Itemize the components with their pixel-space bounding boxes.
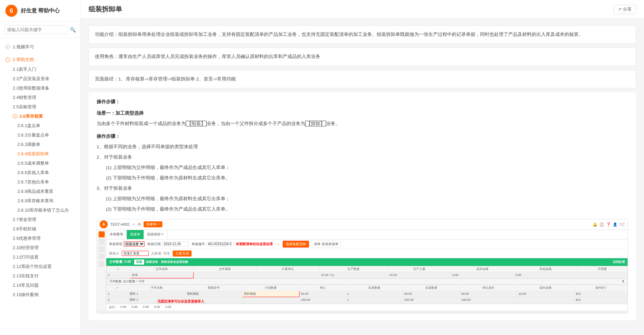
sim-brow-check: 1 bbox=[107, 291, 128, 297]
sidebar-item-mobile[interactable]: 2.8手机旺铺 bbox=[0, 224, 80, 234]
sim-sidebar-icon-5 bbox=[99, 261, 105, 267]
nav-section-video: + 1.视频学习 bbox=[0, 41, 80, 53]
sim-action-btn[interactable]: 倒单 其他来源单 bbox=[312, 241, 341, 247]
share-icon: ↗ bbox=[618, 7, 622, 12]
func-intro-text: 功能介绍：组装拆卸单用来处理企业组装或拆卸等加工业务，支持有固定装配清单的产品加… bbox=[95, 32, 583, 37]
sidebar-item-cost-recalc[interactable]: 2.6.8商品成本重算 bbox=[0, 187, 80, 196]
step-2-1: (1) 上部明细为父件明细，最终作为产成品生成其它入库单； bbox=[106, 163, 628, 172]
sim-qty-label: 总数量: 张某 bbox=[151, 251, 170, 256]
sim-brow-ucost: 60.00 bbox=[460, 291, 517, 297]
sim-brow-actual: 1 bbox=[346, 291, 403, 297]
sim-total-3: 0.00 bbox=[143, 305, 149, 310]
sidebar-item-inventory[interactable]: − 2.6库存核算 bbox=[0, 112, 80, 121]
sim-brow2-check: 2 bbox=[107, 297, 128, 303]
sidebar-item-install[interactable]: 2.2产品安装及登录 bbox=[0, 74, 80, 83]
annotation-no-bom: 无固定清单可以在这里直接录入 bbox=[157, 299, 204, 304]
sim-sidebar-icon-1 bbox=[99, 231, 105, 237]
share-button[interactable]: ↗ 分享 bbox=[613, 5, 636, 14]
sim-brow-unit: 60.00 bbox=[299, 291, 345, 297]
sidebar-item-cases[interactable]: 2.15操作案例 bbox=[0, 290, 80, 299]
sim-top-table: ✓ 父件名称 父件规格 计量单位 生产数量 生产入量 成本金额 其他金额 bbox=[106, 266, 628, 278]
logo-area: 6 好生意 帮助中心 bbox=[0, 0, 80, 22]
sim-top-table-wrapper: ✓ 父件名称 父件规格 计量单位 生产数量 生产入量 成本金额 其他金额 bbox=[106, 266, 628, 278]
minus-icon: − bbox=[5, 57, 10, 62]
sidebar-item-stock-query[interactable]: 2.6.9库存账本查询 bbox=[0, 196, 80, 206]
sidebar-item-help-docs[interactable]: − 2.帮助文档 bbox=[0, 55, 80, 65]
sidebar-item-video[interactable]: + 1.视频学习 bbox=[0, 42, 80, 52]
page-title: 组装拆卸单 bbox=[89, 5, 122, 14]
sidebar-item-stock-err[interactable]: 2.6.10库存账本错了怎么办 bbox=[0, 206, 80, 215]
sim-bom-btn[interactable]: 选择装配清单 bbox=[283, 241, 309, 247]
sim-tab-new[interactable]: 新建单 bbox=[127, 230, 144, 239]
sim-col-cost: 成本金额 bbox=[451, 266, 514, 272]
sim-enable-label: 启用处理 bbox=[613, 260, 625, 264]
sim-doc-num-input[interactable] bbox=[206, 241, 233, 246]
steps-title: 操作步骤： bbox=[97, 133, 628, 139]
sidebar-item-partial-stocktake[interactable]: 2.6.2分量盘点单 bbox=[0, 130, 80, 140]
sidebar-item-finance[interactable]: 2.7资金管理 bbox=[0, 215, 80, 224]
sim-totals-row: 合计 0.00 8.00 0.00 0.00 0.00 bbox=[106, 304, 628, 311]
step-3-2: (2) 下部明细为子件明细，最终作为产成品生成其它入库单。 bbox=[106, 205, 628, 214]
sim-type-badge[interactable]: 组装 bbox=[134, 259, 145, 265]
nav-section-help: − 2.帮助文档 2.1新手入门 2.2产品安装及登录 2.3使用前数据准备 2… bbox=[0, 53, 80, 301]
sim-cell-spec bbox=[193, 272, 256, 278]
sidebar-item-faq[interactable]: 2.14常见问题 bbox=[0, 281, 80, 290]
search-icon[interactable]: 🔍 bbox=[70, 27, 76, 33]
sim-cell-row: 1 bbox=[107, 272, 130, 278]
sidebar-item-new-user[interactable]: 2.1新手入门 bbox=[0, 65, 80, 74]
sim-doc-type-field: 单据类型 组装业务 拆卸业务 bbox=[109, 241, 145, 246]
sim-operator-label: 经办人 bbox=[109, 251, 119, 256]
sim-bell-icon: 🔔 bbox=[593, 222, 597, 227]
sim-tab-cost[interactable]: 本期费用 bbox=[106, 230, 127, 239]
sim-cell-parent-name: 米米 bbox=[130, 272, 193, 278]
sim-new-btn[interactable]: 新建单一 bbox=[144, 221, 162, 227]
sidebar-item-prepare[interactable]: 2.3使用前数据准备 bbox=[0, 83, 80, 93]
sidebar-item-other-in[interactable]: 2.6.6其他入库单 bbox=[0, 168, 80, 177]
sidebar-item-purchase[interactable]: 2.5采购管理 bbox=[0, 102, 80, 112]
sim-topbar-icons: 🔔 📋 ❓ 👤 CC bbox=[593, 222, 625, 227]
sim-brow-ops: ⊕⊖ bbox=[574, 291, 628, 297]
sim-refresh-icon: ⟳ bbox=[138, 222, 141, 227]
sidebar-item-other-out[interactable]: 2.6.7其他出库单 bbox=[0, 177, 80, 187]
sim-cell-cost: 0.00 bbox=[451, 272, 514, 278]
sim-col-prod-qty: 生产数量 bbox=[319, 266, 388, 272]
sim-bcol-unit: 单位 bbox=[299, 285, 345, 291]
sidebar-item-label: 2.帮助文档 bbox=[13, 57, 34, 63]
sim-doc-type-label: 单据类型 bbox=[109, 242, 122, 246]
scenario-1-desc: 当由多个子件材料组装成一个成品的业务为【组装】业务，当由一个父件拆分成多个子产品… bbox=[97, 119, 628, 128]
sim-bcol-unit-cost: 单位成本 bbox=[460, 285, 517, 291]
sim-brow2-return: 100.00 bbox=[403, 297, 460, 303]
sidebar-item-assembly[interactable]: 2.6.4组装拆卸单 bbox=[0, 149, 80, 159]
table-row: 1 黑料 1 黑料规格 黑料规格 60.00 1 60.00 60.00 bbox=[107, 291, 628, 297]
sim-date-input[interactable] bbox=[162, 241, 189, 246]
sidebar-item-operations[interactable]: 2.10经营管理 bbox=[0, 243, 80, 253]
sidebar-item-stocktake[interactable]: 2.6.1盘点单 bbox=[0, 121, 80, 130]
sim-brow2-cost bbox=[517, 297, 574, 303]
sim-sidebar-icon-3 bbox=[99, 246, 105, 252]
sidebar-item-sales[interactable]: 2.4销售管理 bbox=[0, 93, 80, 102]
sidebar-item-cost-adjust[interactable]: 2.6.5成本调整单 bbox=[0, 159, 80, 168]
sim-complete-btn[interactable]: 立案完成 bbox=[173, 250, 192, 257]
sidebar-item-print[interactable]: 2.11打印设置 bbox=[0, 253, 80, 262]
sim-tab-assembly[interactable]: 组装拆卸 × bbox=[144, 230, 167, 239]
sim-sidebar-icon-4 bbox=[99, 254, 105, 260]
search-input[interactable] bbox=[4, 25, 68, 34]
sidebar-item-online-pay[interactable]: 2.13在线支付 bbox=[0, 271, 80, 281]
sidebar-item-adjust[interactable]: 2.6.3调拨单 bbox=[0, 140, 80, 149]
sim-brow2-unit: 100.00 bbox=[299, 297, 345, 303]
sim-arrow-right: → bbox=[277, 242, 280, 246]
sidebar: 6 好生意 帮助中心 🔍 + 1.视频学习 − 2.帮助文档 2.1新手入门 2… bbox=[0, 0, 80, 335]
sim-doc-type-select[interactable]: 组装业务 拆卸业务 bbox=[124, 241, 145, 246]
sim-form-row-1: 单据类型 组装业务 拆卸业务 单据日期 bbox=[106, 239, 628, 249]
sim-col-parent-name: 父件名称 bbox=[130, 266, 193, 272]
logo-text: 好生意 帮助中心 bbox=[21, 7, 60, 14]
scenario-1-title: 场景一：加工类型选择 bbox=[97, 110, 628, 116]
sim-operator-input[interactable] bbox=[122, 251, 149, 256]
operations-body: 操作步骤： 场景一：加工类型选择 当由多个子件材料组装成一个成品的业务为【组装】… bbox=[89, 92, 636, 320]
sim-bcol-actual: 实发数量 bbox=[346, 285, 403, 291]
sim-user-icon: 👤 bbox=[613, 222, 618, 227]
sidebar-item-system[interactable]: 2.12系统个性化设置 bbox=[0, 262, 80, 271]
sidebar-item-coupon[interactable]: 2.9优惠券管理 bbox=[0, 234, 80, 243]
step-1: 1、根据不同的业务，选择不同单据的类型来处理 bbox=[97, 142, 628, 151]
func-intro-block: 功能介绍：组装拆卸单用来处理企业组装或拆卸等加工业务，支持有固定装配清单的产品加… bbox=[89, 25, 636, 44]
